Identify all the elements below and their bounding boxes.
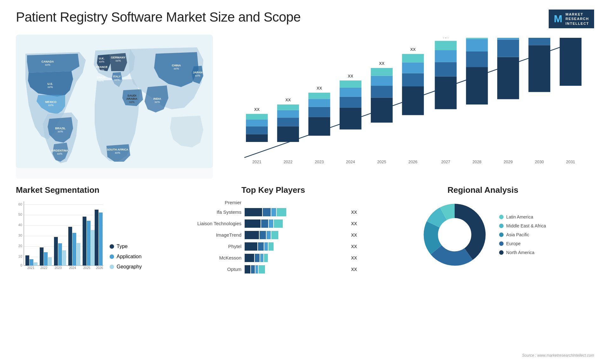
- svg-text:2031: 2031: [566, 159, 575, 164]
- world-map-svg: CANADA xx% U.S. xx% MEXICO xx% BRAZIL xx…: [16, 35, 213, 168]
- reg-legend-latin: Latin America: [499, 214, 546, 219]
- svg-rect-53: [340, 97, 362, 107]
- svg-rect-83: [497, 40, 519, 57]
- bar-chart-svg: XX 2021 XX 2022 XX 2023: [229, 38, 588, 171]
- svg-text:xx%: xx%: [57, 152, 62, 155]
- logo-box: M MARKET RESEARCH INTELLECT: [549, 10, 594, 28]
- svg-rect-60: [371, 76, 393, 85]
- svg-point-145: [439, 219, 471, 251]
- svg-text:2026: 2026: [409, 159, 417, 164]
- player-row: Optum XX: [187, 265, 359, 274]
- players-title: Top Key Players: [187, 185, 359, 195]
- regional-legend: Latin America Middle East & Africa Asia …: [499, 214, 546, 255]
- svg-rect-66: [402, 62, 424, 73]
- segmentation-content: 60 50 40 30 20 10 0: [16, 200, 175, 270]
- player-name: McKesson: [187, 255, 241, 260]
- svg-rect-35: [246, 126, 268, 134]
- seg-chart: 60 50 40 30 20 10 0: [16, 200, 105, 270]
- svg-text:xx%: xx%: [114, 78, 119, 81]
- svg-text:xx%: xx%: [99, 69, 104, 72]
- svg-rect-125: [58, 243, 62, 266]
- regional-content: Latin America Middle East & Africa Asia …: [372, 200, 594, 270]
- svg-text:2029: 2029: [504, 159, 512, 164]
- legend-geography: Geography: [110, 264, 151, 270]
- latin-america-dot: [499, 215, 504, 219]
- player-name: Optum: [187, 266, 241, 272]
- svg-text:U.K.: U.K.: [99, 57, 105, 60]
- reg-legend-europe: Europe: [499, 241, 546, 246]
- svg-text:SOUTH AFRICA: SOUTH AFRICA: [107, 148, 128, 151]
- svg-rect-70: [435, 76, 457, 109]
- player-name: Liaison Technologies: [187, 221, 241, 226]
- svg-rect-129: [72, 233, 76, 266]
- svg-text:30: 30: [18, 233, 22, 237]
- svg-rect-79: [466, 38, 488, 39]
- svg-text:JAPAN: JAPAN: [193, 71, 202, 74]
- svg-rect-55: [340, 80, 362, 88]
- segmentation-title: Market Segmentation: [16, 185, 175, 195]
- svg-text:xx%: xx%: [58, 130, 63, 133]
- legend-geo-dot: [110, 265, 114, 269]
- player-name: ImageTrend: [187, 232, 241, 238]
- svg-rect-126: [62, 250, 66, 266]
- player-bar: XX: [245, 219, 359, 228]
- svg-rect-117: [30, 259, 33, 266]
- svg-text:40: 40: [18, 223, 22, 227]
- svg-text:2028: 2028: [472, 159, 481, 164]
- svg-text:2023: 2023: [55, 266, 62, 270]
- svg-text:U.S.: U.S.: [47, 82, 53, 85]
- svg-rect-36: [246, 119, 268, 126]
- legend-app-dot: [110, 254, 114, 259]
- player-row: Ifa Systems XX: [187, 208, 359, 217]
- svg-text:2027: 2027: [441, 159, 450, 164]
- svg-text:xx%: xx%: [195, 74, 200, 77]
- regional-section: Regional Analysis: [372, 185, 594, 274]
- map-section: CANADA xx% U.S. xx% MEXICO xx% BRAZIL xx…: [16, 35, 213, 179]
- svg-text:2021: 2021: [27, 266, 35, 270]
- svg-rect-52: [340, 108, 362, 130]
- svg-text:xx%: xx%: [115, 59, 121, 62]
- svg-rect-48: [308, 99, 330, 107]
- svg-rect-67: [402, 54, 424, 63]
- page-container: Patient Registry Software Market Size an…: [0, 0, 610, 364]
- svg-rect-61: [371, 68, 393, 76]
- svg-rect-82: [497, 57, 519, 99]
- svg-rect-78: [466, 39, 488, 51]
- svg-text:MEXICO: MEXICO: [45, 100, 57, 104]
- svg-text:2030: 2030: [535, 159, 544, 164]
- svg-text:2022: 2022: [283, 159, 292, 164]
- svg-text:xx%: xx%: [47, 85, 53, 89]
- svg-text:CHINA: CHINA: [172, 64, 181, 67]
- svg-text:2023: 2023: [315, 159, 324, 164]
- legend-type: Type: [110, 244, 151, 249]
- svg-text:SPAIN: SPAIN: [97, 76, 105, 79]
- svg-text:XX: XX: [254, 107, 260, 112]
- svg-rect-71: [435, 62, 457, 76]
- page-title: Patient Registry Software Market Size an…: [16, 10, 301, 25]
- svg-rect-133: [87, 221, 91, 266]
- player-bar: XX: [245, 231, 359, 239]
- svg-rect-37: [246, 114, 268, 119]
- svg-text:2024: 2024: [69, 266, 76, 270]
- player-name: Premier: [187, 200, 241, 205]
- svg-text:XX: XX: [316, 86, 322, 91]
- svg-text:50: 50: [18, 212, 22, 216]
- bottom-row: Market Segmentation 60 50 40 30 20 10 0: [16, 185, 594, 274]
- players-list: Premier Ifa Systems XX: [187, 200, 359, 274]
- svg-text:0: 0: [20, 263, 22, 267]
- svg-rect-46: [308, 117, 330, 136]
- svg-text:xx%: xx%: [129, 100, 134, 104]
- svg-text:xx%: xx%: [45, 63, 50, 66]
- svg-rect-76: [466, 67, 488, 104]
- svg-rect-49: [308, 93, 330, 99]
- player-row: Premier: [187, 200, 359, 205]
- svg-text:xx%: xx%: [173, 67, 179, 70]
- mea-dot: [499, 224, 504, 228]
- svg-rect-132: [83, 217, 86, 266]
- logo-letter: M: [554, 13, 562, 25]
- svg-text:GERMANY: GERMANY: [111, 56, 125, 59]
- svg-rect-84: [497, 38, 519, 40]
- svg-rect-120: [40, 247, 44, 266]
- svg-text:XX: XX: [379, 61, 385, 66]
- player-row: Phytel XX: [187, 242, 359, 251]
